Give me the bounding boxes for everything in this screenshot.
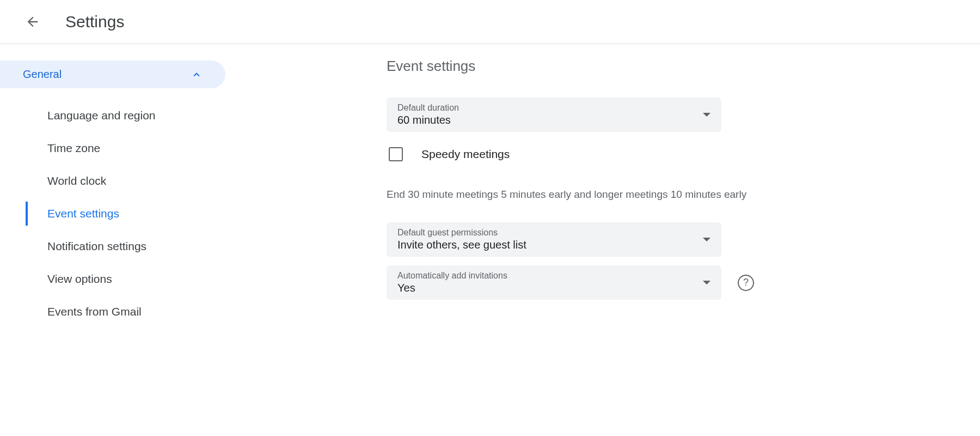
sidebar-item-time-zone[interactable]: Time zone [26, 132, 229, 165]
auto-add-invitations-row: Automatically add invitations Yes ? [387, 265, 947, 300]
dropdown-arrow-icon [703, 238, 710, 241]
dropdown-content: Automatically add invitations Yes [397, 271, 507, 294]
sidebar-category-label: General [23, 68, 62, 81]
dropdown-content: Default guest permissions Invite others,… [397, 228, 526, 251]
dropdown-label: Default duration [397, 103, 459, 113]
sidebar-category-general[interactable]: General [0, 60, 225, 88]
sidebar-item-label: Language and region [47, 109, 156, 122]
dropdown-value: Invite others, see guest list [397, 239, 526, 251]
content: General Language and region Time zone Wo… [0, 44, 980, 328]
sidebar-item-label: Notification settings [47, 240, 146, 252]
arrow-left-icon [25, 14, 40, 29]
help-icon[interactable]: ? [738, 275, 754, 291]
dropdown-arrow-icon [703, 281, 710, 284]
speedy-meetings-checkbox[interactable] [389, 147, 403, 161]
sidebar-item-language-region[interactable]: Language and region [26, 99, 229, 132]
section-title: Event settings [387, 58, 947, 75]
speedy-meetings-label: Speedy meetings [421, 148, 510, 161]
chevron-up-icon [191, 69, 203, 81]
sidebar-item-event-settings[interactable]: Event settings [26, 197, 229, 230]
sidebar-item-label: Time zone [47, 142, 100, 154]
speedy-meetings-row: Speedy meetings [387, 147, 947, 161]
sidebar-item-label: World clock [47, 174, 106, 187]
speedy-meetings-description: End 30 minute meetings 5 minutes early a… [387, 189, 947, 201]
sidebar-item-notification-settings[interactable]: Notification settings [26, 230, 229, 263]
dropdown-label: Default guest permissions [397, 228, 526, 238]
back-button[interactable] [22, 11, 44, 33]
sidebar-item-label: Event settings [47, 207, 119, 220]
main-content: Event settings Default duration 60 minut… [229, 44, 980, 328]
default-duration-dropdown[interactable]: Default duration 60 minutes [387, 98, 721, 132]
header: Settings [0, 0, 980, 44]
dropdown-content: Default duration 60 minutes [397, 103, 459, 126]
dropdown-label: Automatically add invitations [397, 271, 507, 281]
dropdown-value: 60 minutes [397, 114, 459, 126]
sidebar-items: Language and region Time zone World cloc… [0, 88, 229, 328]
auto-add-invitations-dropdown[interactable]: Automatically add invitations Yes [387, 265, 721, 300]
page-title: Settings [65, 13, 124, 31]
dropdown-arrow-icon [703, 113, 710, 117]
sidebar-item-label: Events from Gmail [47, 305, 142, 318]
sidebar-item-view-options[interactable]: View options [26, 263, 229, 295]
sidebar-item-events-from-gmail[interactable]: Events from Gmail [26, 295, 229, 328]
sidebar: General Language and region Time zone Wo… [0, 44, 229, 328]
guest-permissions-dropdown[interactable]: Default guest permissions Invite others,… [387, 222, 721, 257]
dropdown-value: Yes [397, 282, 507, 294]
sidebar-item-label: View options [47, 272, 112, 285]
sidebar-item-world-clock[interactable]: World clock [26, 165, 229, 197]
